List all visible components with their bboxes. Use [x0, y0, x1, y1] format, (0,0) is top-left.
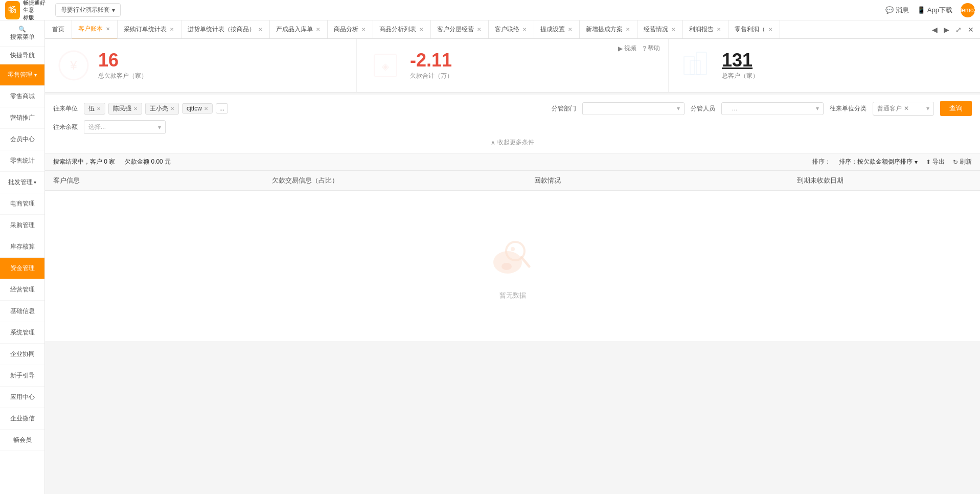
- tab-scroll-right-icon[interactable]: ▶: [942, 25, 951, 35]
- sidebar-item-purchase-mgmt[interactable]: 采购管理: [0, 215, 44, 236]
- tab-menu-icon[interactable]: ✕: [966, 25, 976, 35]
- message-icon: 💬: [885, 6, 894, 14]
- tab-close-new-promotion[interactable]: ✕: [625, 26, 631, 33]
- demo-selector[interactable]: 母婴行业演示账套 ▾: [55, 3, 121, 17]
- tab-close-retail-profit[interactable]: ✕: [767, 26, 773, 33]
- tag-close-wang[interactable]: ✕: [170, 106, 174, 111]
- message-button[interactable]: 💬 消息: [885, 6, 909, 15]
- sidebar-item-ops-mgmt[interactable]: 经营管理: [0, 279, 44, 301]
- results-actions: 排序： 排序：按欠款金额倒序排序 ▾ ⬆ 导出 ↻ 刷新: [812, 158, 972, 166]
- sidebar-item-finance-mgmt[interactable]: 资金管理: [0, 258, 44, 279]
- refresh-button[interactable]: ↻ 刷新: [953, 158, 972, 166]
- sidebar-item-basic-info[interactable]: 基础信息: [0, 301, 44, 322]
- filter-tag-cjttcw[interactable]: cjttcw ✕: [182, 103, 213, 114]
- sort-select[interactable]: 排序：按欠款金额倒序排序 ▾: [839, 158, 918, 166]
- tab-close-promotion-settings[interactable]: ✕: [567, 26, 573, 33]
- sidebar-quick-nav[interactable]: 快捷导航: [0, 47, 44, 64]
- tag-close-chen[interactable]: ✕: [133, 106, 138, 111]
- query-button[interactable]: 查询: [940, 101, 972, 116]
- search-icon: 🔍: [18, 26, 26, 33]
- results-bar: 搜索结果中，客户 0 家 欠款金额 0.00 元 排序： 排序：按欠款金额倒序排…: [45, 153, 980, 171]
- table-header: 客户信息 欠款交易信息（占比） 回款情况 到期未收款日期: [45, 171, 980, 191]
- collapse-button[interactable]: ∧ 收起更多条件: [53, 138, 972, 147]
- tab-close-customer-account[interactable]: ✕: [105, 26, 111, 32]
- tab-customer-tier[interactable]: 客户分层经营 ✕: [431, 20, 489, 39]
- tag-close-category[interactable]: ✕: [904, 105, 909, 112]
- filter-tag-wang[interactable]: 王小亮 ✕: [145, 103, 179, 115]
- stat-card-debt: ◈ -2.11 欠款合计（万） ▶ 视频 ? 帮: [357, 39, 669, 92]
- svg-text:¥: ¥: [70, 58, 77, 72]
- sidebar-item-new-guide[interactable]: 新手引导: [0, 365, 44, 387]
- tab-goods-analysis[interactable]: 商品分析 ✕: [328, 20, 373, 39]
- play-icon: ▶: [618, 45, 623, 52]
- sidebar-item-retail-stats[interactable]: 零售统计: [0, 150, 44, 172]
- user-avatar[interactable]: demo2: [961, 3, 975, 17]
- sidebar-item-app-center[interactable]: 应用中心: [0, 387, 44, 408]
- tab-close-goods-analysis-list[interactable]: ✕: [418, 26, 424, 33]
- sidebar-item-ecommerce-mgmt[interactable]: 电商管理: [0, 193, 44, 215]
- filter-select-balance[interactable]: 选择... ▾: [84, 120, 166, 134]
- stat-icon-credit: ¥: [57, 49, 90, 82]
- tab-profit-report[interactable]: 利润报告 ✕: [683, 20, 728, 39]
- filter-tag-wu[interactable]: 伍 ✕: [84, 103, 105, 115]
- stat-card-credit-customers: ¥ 16 总欠款客户（家）: [45, 39, 357, 92]
- tab-purchase-order-stats[interactable]: 采购订单统计表 ✕: [118, 20, 181, 39]
- sidebar-item-wholesale-mgmt[interactable]: 批发管理 ▾: [0, 172, 44, 193]
- sidebar-item-vip-member[interactable]: 畅会员: [0, 430, 44, 451]
- help-link[interactable]: ? 帮助: [643, 44, 660, 53]
- sidebar-item-retail-mgmt[interactable]: 零售管理 ▾: [0, 64, 44, 86]
- tab-stock-stats[interactable]: 进货单统计表（按商品） ✕: [181, 20, 270, 39]
- sidebar-search[interactable]: 🔍 搜索菜单: [0, 20, 44, 47]
- tab-retail-profit[interactable]: 零售利润（ ✕: [728, 20, 780, 39]
- sidebar-item-sys-mgmt[interactable]: 系统管理: [0, 322, 44, 344]
- tab-goods-analysis-list[interactable]: 商品分析列表 ✕: [373, 20, 431, 39]
- sidebar-item-retail-mall[interactable]: 零售商城: [0, 86, 44, 107]
- video-link[interactable]: ▶ 视频: [618, 44, 636, 53]
- tab-close-stock-stats[interactable]: ✕: [257, 26, 263, 33]
- tab-close-produce-stock[interactable]: ✕: [315, 26, 321, 33]
- stat-info-credit-customers: 16 总欠款客户（家）: [98, 51, 147, 80]
- sidebar-item-marketing[interactable]: 营销推广: [0, 107, 44, 129]
- chevron-up-icon: ∧: [491, 139, 495, 146]
- filter-select-dept[interactable]: ▾: [582, 102, 685, 115]
- tab-new-promotion[interactable]: 新增提成方案 ✕: [580, 20, 637, 39]
- tab-promotion-settings[interactable]: 提成设置 ✕: [534, 20, 580, 39]
- filter-select-category[interactable]: 普通客户 ✕ ▾: [873, 102, 934, 116]
- tab-expand-icon[interactable]: ⤢: [953, 25, 964, 35]
- export-button[interactable]: ⬆ 导出: [926, 158, 945, 166]
- empty-state: 暂无数据: [45, 191, 980, 341]
- results-info: 搜索结果中，客户 0 家 欠款金额 0.00 元: [53, 158, 171, 166]
- tab-customer-contact[interactable]: 客户联络 ✕: [489, 20, 534, 39]
- filter-tag-more[interactable]: ...: [216, 103, 228, 114]
- svg-rect-6: [690, 60, 700, 75]
- tab-produce-stock[interactable]: 产成品入库单 ✕: [270, 20, 328, 39]
- sidebar-item-enterprise-collab[interactable]: 企业协同: [0, 344, 44, 365]
- phone-icon: 📱: [917, 6, 925, 14]
- chevron-down-icon: ▾: [112, 7, 115, 14]
- sort-label: 排序：: [812, 158, 831, 166]
- stat-card-actions: ▶ 视频 ? 帮助: [618, 44, 660, 53]
- stat-label-debt: 欠款合计（万）: [410, 72, 453, 80]
- filter-tag-chen[interactable]: 陈民强 ✕: [108, 103, 142, 115]
- tag-close-wu[interactable]: ✕: [97, 106, 101, 111]
- tab-close-profit-report[interactable]: ✕: [716, 26, 722, 33]
- tab-home[interactable]: 首页: [45, 20, 72, 39]
- tag-close-cjttcw[interactable]: ✕: [204, 106, 208, 111]
- sidebar-item-inventory-check[interactable]: 库存核算: [0, 236, 44, 258]
- filter-select-person[interactable]: … ▾: [721, 102, 824, 115]
- sidebar-item-enterprise-wechat[interactable]: 企业微信: [0, 408, 44, 430]
- tab-bar: 首页 客户账本 ✕ 采购订单统计表 ✕ 进货单统计表（按商品） ✕ 产成品入库单…: [45, 20, 980, 39]
- sidebar-item-member-center[interactable]: 会员中心: [0, 129, 44, 150]
- app-download-button[interactable]: 📱 App下载: [917, 6, 952, 15]
- more-icon[interactable]: …: [732, 105, 738, 112]
- tab-close-business-status[interactable]: ✕: [670, 26, 676, 33]
- stat-label-credit-customers: 总欠款客户（家）: [98, 72, 147, 80]
- tab-close-customer-tier[interactable]: ✕: [476, 26, 482, 33]
- tab-close-purchase-order-stats[interactable]: ✕: [169, 26, 175, 33]
- tab-business-status[interactable]: 经营情况 ✕: [637, 20, 683, 39]
- svg-rect-5: [696, 52, 706, 75]
- tab-close-customer-contact[interactable]: ✕: [521, 26, 528, 33]
- tab-customer-account[interactable]: 客户账本 ✕: [72, 20, 118, 39]
- tab-close-goods-analysis[interactable]: ✕: [360, 26, 367, 33]
- tab-scroll-left-icon[interactable]: ◀: [930, 25, 940, 35]
